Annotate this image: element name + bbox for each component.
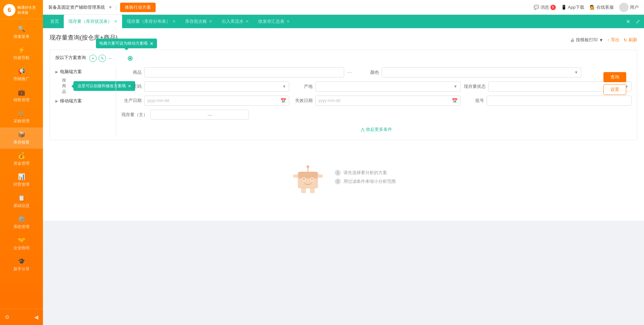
sidebar-item-sales[interactable]: 💼 销售管理 <box>0 85 43 106</box>
empty-steps: 1 请先选择要分析的方案 2 用过滤条件来缩小分析范围 <box>335 170 396 187</box>
app-download-btn[interactable]: 📱 App下载 <box>561 4 584 10</box>
filter-size-label: 尺码 <box>121 84 142 90</box>
tab-summary[interactable]: 收发存汇总表 ✕ <box>254 15 294 28</box>
sidebar-item-label: 企业协同 <box>13 245 30 251</box>
sidebar-item-basic[interactable]: 📋 基础信息 <box>0 191 43 212</box>
marketing-icon: 📢 <box>18 67 25 75</box>
export-btn[interactable]: ↑ 导出 <box>607 37 620 43</box>
settings-icon[interactable]: ⚙ <box>3 313 11 322</box>
sidebar-item-label: 搜索菜单 <box>13 34 30 40</box>
sidebar-item-quick[interactable]: ⚡ 快捷导航 <box>0 43 43 64</box>
goods-dots[interactable]: ··· <box>347 69 356 75</box>
tab-flow[interactable]: 出入库流水 ✕ <box>217 15 254 28</box>
purchase-icon: 🛒 <box>18 110 25 117</box>
color-select-arrow: ▼ <box>574 70 578 75</box>
sidebar-item-label: 新手引导 <box>13 266 30 272</box>
collapse-sidebar-icon[interactable]: ◀ <box>33 313 40 322</box>
svg-point-11 <box>307 165 309 168</box>
template-print-label: 按模板打印 <box>576 37 598 43</box>
empty-state-inner: 1 请先选择要分析的方案 2 用过滤条件来缩小分析范围 <box>50 162 637 195</box>
filter-expire-date-input[interactable]: yyyy-mm-dd 📅 <box>315 96 460 106</box>
prod-date-calendar-icon: 📅 <box>280 98 286 103</box>
tab-close-icon[interactable]: ✕ <box>172 19 176 24</box>
operations-icon: 📊 <box>18 173 25 180</box>
tooltip1-text: 电脑方案可设为移动方案哦 <box>99 41 148 46</box>
tab-batch[interactable]: 库存批次账 ✕ <box>180 15 217 28</box>
sidebar-item-enterprise[interactable]: 🤝 企业协同 <box>0 233 43 254</box>
tooltip1-close[interactable]: ✕ <box>150 41 154 46</box>
range-max-input[interactable] <box>213 110 249 119</box>
sidebar-item-purchase[interactable]: 🛒 采购管理 <box>0 106 43 127</box>
tab-close-icon[interactable]: ✕ <box>114 19 117 24</box>
search-button[interactable]: 查询 <box>603 72 626 82</box>
filter-stock-main-label: 现存量（主） <box>121 112 148 118</box>
filter-size-select[interactable]: ▼ <box>144 82 289 92</box>
filter-origin-label: 产地 <box>292 84 313 90</box>
reset-button[interactable]: 设置 <box>603 84 626 95</box>
scheme-tree-area: ▶ 电脑端方案 按商品 这里可以创建和修改方案哦 ✕ <box>55 67 632 135</box>
edit-scheme-wrap: ✎ <box>99 55 106 62</box>
filter-batch-input[interactable] <box>487 96 632 106</box>
tab-close-icon[interactable]: ✕ <box>246 19 249 24</box>
filter-origin-select[interactable]: ▼ <box>315 82 460 92</box>
back-arrow-icon[interactable]: ← <box>108 56 113 61</box>
empty-step-2: 2 用过滤条件来缩小分析范围 <box>335 178 396 184</box>
scheme-desktop-label: 电脑端方案 <box>60 69 82 75</box>
tab-inventory-status[interactable]: 现存量（库存状况表） ✕ <box>64 15 122 28</box>
sidebar-item-operations[interactable]: 📊 经营管理 <box>0 170 43 191</box>
sidebar-logo: 6 畅通好生意 标准版 <box>0 0 43 19</box>
sidebar-item-system[interactable]: ⚙️ 系统管理 <box>0 212 43 233</box>
svg-rect-6 <box>293 174 299 178</box>
scheme-desktop[interactable]: ▶ 电脑端方案 <box>55 67 116 76</box>
online-service-btn[interactable]: 💁 在线客服 <box>590 4 614 10</box>
online-service-label: 在线客服 <box>596 4 614 10</box>
refresh-label: 刷新 <box>629 37 637 43</box>
sidebar-item-marketing[interactable]: 📢 营销推广 <box>0 64 43 85</box>
sales-icon: 💼 <box>18 89 25 96</box>
filter-stock-main: 现存量（主） — <box>121 110 249 120</box>
refresh-icon: ↻ <box>624 38 627 43</box>
sidebar-item-finance[interactable]: 💰 资金管理 <box>0 149 43 170</box>
filter-goods-input[interactable] <box>144 67 344 77</box>
filter-color-select[interactable]: ▼ <box>382 67 582 77</box>
filter-prod-date: 生产日期 yyyy-mm-dd 📅 <box>121 96 289 106</box>
user-btn[interactable]: 用户 <box>619 3 639 12</box>
sidebar-item-guide[interactable]: 🎓 新手引导 <box>0 254 43 275</box>
template-print-btn[interactable]: 🖨 按模板打印 ▼ <box>570 37 603 43</box>
system-dropdown-icon[interactable]: ▼ <box>108 5 112 10</box>
message-btn[interactable]: 💬 消息 6 <box>534 4 556 10</box>
fullscreen-icon[interactable]: ⤢ <box>634 17 641 26</box>
export-label: 导出 <box>611 37 620 43</box>
filter-prod-date-input[interactable]: yyyy-mm-dd 📅 <box>144 96 289 106</box>
close-all-tabs-icon[interactable]: ✕ <box>625 17 632 26</box>
tab-close-icon[interactable]: ✕ <box>286 19 290 24</box>
filter-row-3: 生产日期 yyyy-mm-dd 📅 失效日期 yyyy-mm-dd 📅 <box>121 96 632 106</box>
size-arrow-icon: ▼ <box>282 84 286 89</box>
filter-stock-main-range[interactable]: — <box>150 110 249 120</box>
tab-home[interactable]: 首页 <box>46 15 64 28</box>
tab-inventory-dist[interactable]: 现存量（库存分布表） ✕ <box>122 15 180 28</box>
query-section: 按以下方案查询 + ✎ ← 电脑方案可设为移动方案哦 ✕ <box>50 50 637 140</box>
trial-button[interactable]: 体验行业方案 <box>120 3 156 12</box>
sidebar-item-search[interactable]: 🔍 搜索菜单 <box>0 22 43 43</box>
filter-origin: 产地 ▼ <box>292 82 460 92</box>
add-scheme-btn[interactable]: + <box>89 55 97 62</box>
refresh-btn[interactable]: ↻ 刷新 <box>624 37 637 43</box>
empty-illustration <box>291 162 325 195</box>
step1-text: 请先选择要分析的方案 <box>343 170 387 176</box>
filter-color: 颜色 ▼ <box>359 67 582 77</box>
scheme-mobile[interactable]: ▶ 移动端方案 <box>55 97 116 105</box>
svg-rect-7 <box>317 174 323 178</box>
sidebar-item-inventory[interactable]: 📦 库存核算 <box>0 127 43 149</box>
collapse-btn[interactable]: ⋀ 收起更多条件 <box>121 124 632 135</box>
tab-close-icon[interactable]: ✕ <box>209 19 212 24</box>
search-icon: 🔍 <box>18 25 25 33</box>
sidebar-item-label: 资金管理 <box>13 161 30 166</box>
export-icon: ↑ <box>607 38 610 43</box>
filter-row-4: 现存量（主） — <box>121 110 632 120</box>
empty-state: 1 请先选择要分析的方案 2 用过滤条件来缩小分析范围 <box>50 142 637 215</box>
system-icon: ⚙️ <box>18 215 25 223</box>
edit-scheme-btn[interactable]: ✎ <box>99 55 106 62</box>
filter-batch-label: 批号 <box>464 98 484 104</box>
range-min-input[interactable] <box>151 110 206 119</box>
